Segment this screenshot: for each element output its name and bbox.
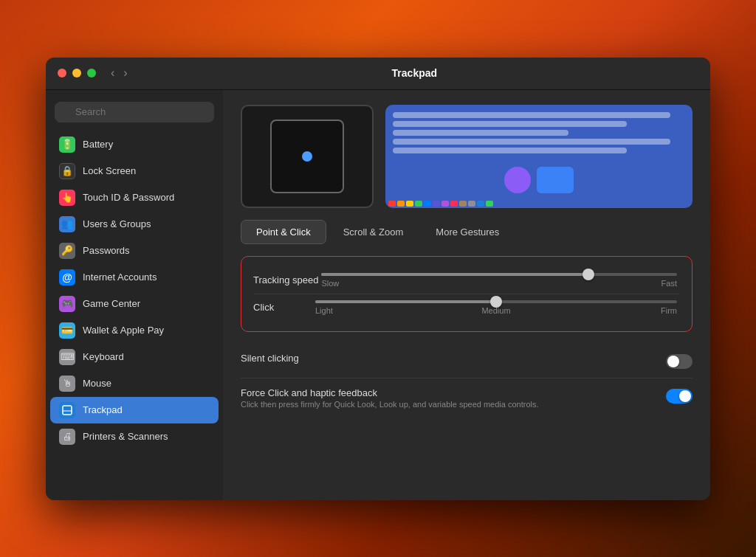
force-click-label-group: Force Click and haptic feedback Click th… [241,387,657,409]
tabs-row: Point & Click Scroll & Zoom More Gesture… [223,220,710,244]
tab-scroll-zoom[interactable]: Scroll & Zoom [328,220,419,244]
color-dot [397,201,405,207]
click-track [315,300,677,303]
color-dot [459,201,467,207]
force-click-toggle[interactable] [666,389,693,404]
trackpad-inner [270,120,344,193]
sidebar-item-label: Battery [83,139,113,150]
search-input[interactable] [55,102,214,122]
traffic-lights [58,69,96,77]
navigation-arrows: ‹ › [108,65,131,81]
color-dot [388,201,396,207]
sidebar-item-passwords[interactable]: 🔑 Passwords [50,238,219,264]
tracking-speed-thumb[interactable] [583,269,594,280]
system-preferences-window: ‹ › Trackpad 🔍 🔋 Battery 🔒 Lock Screen [46,58,710,500]
click-medium-label: Medium [481,306,510,315]
color-dot [450,201,458,207]
click-label: Click [253,302,312,313]
click-labels: Light Medium Firm [312,306,680,315]
color-dot [477,201,484,207]
sidebar: 🔍 🔋 Battery 🔒 Lock Screen 👆 Touch ID & P… [46,90,223,500]
internet-accounts-icon: @ [59,269,75,286]
color-dot [486,201,493,207]
sidebar-item-game-center[interactable]: 🎮 Game Center [50,291,219,317]
sidebar-item-lock-screen[interactable]: 🔒 Lock Screen [50,158,219,184]
silent-clicking-title: Silent clicking [241,353,657,364]
keyboard-icon: ⌨ [59,349,75,365]
preview-area [223,90,710,220]
tracking-fast-label: Fast [662,279,677,288]
maximize-button[interactable] [87,69,96,77]
sidebar-item-keyboard[interactable]: ⌨ Keyboard [50,344,219,370]
sidebar-item-label: Keyboard [83,351,124,362]
tracking-speed-track [321,273,677,276]
wallet-icon: 💳 [59,322,75,339]
tracking-speed-labels: Slow Fast [318,279,680,288]
sliders-section: Tracking speed Slow Fast [241,256,693,332]
users-groups-icon: 👥 [59,216,75,232]
sidebar-item-trackpad[interactable]: Trackpad [50,397,219,423]
titlebar: ‹ › Trackpad [46,58,710,90]
sidebar-item-users-groups[interactable]: 👥 Users & Groups [50,211,219,238]
silent-clicking-toggle[interactable] [666,354,693,369]
gesture-preview [385,105,693,208]
color-dot [406,201,413,207]
sidebar-item-label: Lock Screen [83,165,136,176]
color-dot [468,201,475,207]
tracking-speed-label: Tracking speed [253,274,318,286]
click-fill [315,300,496,303]
gesture-line-1 [393,112,670,118]
search-wrapper: 🔍 [55,102,214,122]
color-dot [424,201,431,207]
sidebar-item-label: Internet Accounts [83,271,157,283]
forward-button[interactable]: › [120,65,130,81]
sidebar-item-label: Passwords [83,245,130,256]
sidebar-item-label: Mouse [83,378,111,389]
mouse-icon: 🖱 [59,376,75,392]
passwords-icon: 🔑 [59,243,75,259]
sidebar-item-label: Users & Groups [83,218,151,229]
trackpad-cursor-dot [302,151,312,162]
tracking-slow-label: Slow [321,279,339,288]
gesture-line-2 [393,121,627,127]
click-slider-wrapper: Light Medium Firm [312,300,680,315]
sidebar-item-internet-accounts[interactable]: @ Internet Accounts [50,264,219,291]
sidebar-item-printers[interactable]: 🖨 Printers & Scanners [50,423,219,450]
svg-rect-0 [63,406,72,415]
sidebar-item-label: Touch ID & Password [83,192,174,203]
sidebar-item-touch-id[interactable]: 👆 Touch ID & Password [50,184,219,211]
gesture-line-5 [393,148,627,153]
main-content: Point & Click Scroll & Zoom More Gesture… [223,90,710,500]
search-container: 🔍 [46,99,223,131]
battery-icon: 🔋 [59,136,75,153]
close-button[interactable] [58,69,66,77]
tab-point-click[interactable]: Point & Click [241,220,326,244]
sidebar-item-battery[interactable]: 🔋 Battery [50,131,219,158]
gesture-line-4 [393,139,670,145]
gesture-circle [504,167,531,193]
tab-more-gestures[interactable]: More Gestures [420,220,515,244]
gesture-color-bar [385,199,693,208]
click-row: Click Light Medium Firm [253,294,680,321]
sidebar-item-wallet[interactable]: 💳 Wallet & Apple Pay [50,317,219,344]
silent-clicking-knob [667,356,679,367]
color-dot [433,201,440,207]
tracking-speed-row: Tracking speed Slow Fast [253,267,680,294]
touch-id-icon: 👆 [59,190,75,206]
force-click-row: Force Click and haptic feedback Click th… [241,378,693,418]
sidebar-item-mouse[interactable]: 🖱 Mouse [50,370,219,397]
click-light-label: Light [315,306,333,315]
gesture-line-3 [393,130,568,136]
printers-icon: 🖨 [59,429,75,445]
trackpad-icon [59,402,75,418]
game-center-icon: 🎮 [59,296,75,312]
color-dot [415,201,422,207]
back-button[interactable]: ‹ [108,65,117,81]
force-click-title: Force Click and haptic feedback [241,387,657,398]
minimize-button[interactable] [72,69,81,77]
sidebar-item-label: Game Center [83,298,140,309]
force-click-knob [679,390,691,402]
gesture-elements [504,167,574,193]
color-dot [441,201,449,207]
settings-content: Tracking speed Slow Fast [223,244,710,500]
